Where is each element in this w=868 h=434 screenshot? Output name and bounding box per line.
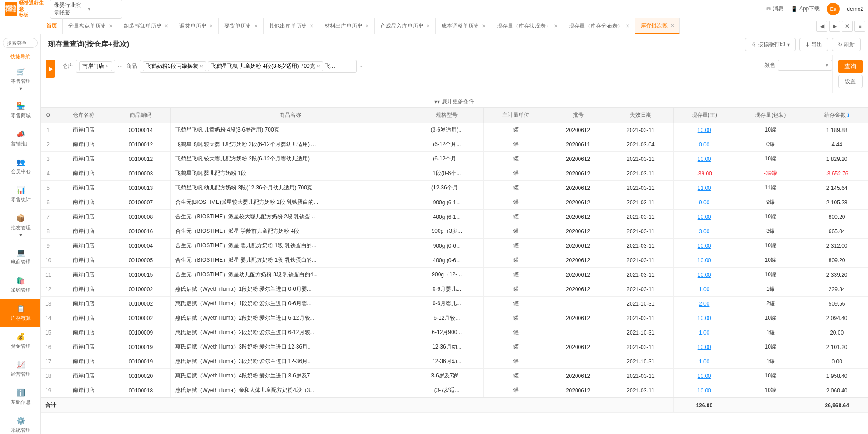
row-qty-main[interactable]: 3.00 (674, 224, 735, 239)
tab-kucunpici[interactable]: 库存批次账 ✕ (635, 18, 680, 34)
row-qty-main[interactable]: -39.00 (674, 166, 735, 181)
row-qty-main[interactable]: 10.00 (674, 383, 735, 398)
tab-close-icon[interactable]: ✕ (482, 24, 486, 28)
product-input[interactable]: 飞鹤奶粉3段丙罐摆装 ✕ 飞鹤星飞帆 儿童奶粉 4段(3-6岁适用) 700克 … (140, 60, 357, 73)
tab-fenliang[interactable]: 分量盘点单历史 ✕ (63, 18, 118, 34)
sidebar-item-wholesale-mgmt[interactable]: 📦 批发管理 ▼ (0, 208, 40, 243)
row-qty-main[interactable]: 0.00 (674, 137, 735, 152)
sidebar-item-retail-mgmt[interactable]: 🛒 零售管理 ▼ (0, 62, 40, 96)
table-row: 9 南岸门店 00100004 合生元（BIOSTIME）派星 婴儿配方奶粉 1… (41, 239, 868, 253)
tab-close-icon[interactable]: ✕ (209, 24, 213, 28)
tab-next-btn[interactable]: ▶ (829, 21, 840, 32)
row-qty-main[interactable]: 9.00 (674, 195, 735, 210)
row-qty-main[interactable]: 1.00 (674, 354, 735, 369)
avatar: Ea (827, 3, 840, 15)
tab-close-icon[interactable]: ✕ (365, 24, 369, 28)
row-amount: 1,829.20 (806, 152, 868, 166)
remove-warehouse-tag-btn[interactable]: ✕ (105, 64, 109, 69)
tab-cailiaochu[interactable]: 材料出库单历史 ✕ (319, 18, 375, 34)
tab-xiancunliangkf[interactable]: 现存量（库存分布表） ✕ (563, 18, 635, 34)
row-code: 00100018 (111, 383, 170, 398)
row-qty-pkg: 0罐 (735, 137, 806, 152)
template-print-btn[interactable]: 🖨 按模板打印 ▾ (745, 38, 796, 51)
row-qty-main[interactable]: 10.00 (674, 268, 735, 282)
row-qty-main[interactable]: 10.00 (674, 152, 735, 166)
row-qty-main[interactable]: 1.00 (674, 282, 735, 297)
sidebar-item-purchase[interactable]: 🛍️ 采购管理 (0, 271, 40, 299)
row-code: 00100007 (111, 195, 170, 210)
row-qty-main[interactable]: 1.00 (674, 326, 735, 340)
table-body: 1 南岸门店 00100014 飞鹤星飞帆 儿童奶粉 4段(3-6岁适用) 70… (41, 123, 868, 398)
row-code: 00100005 (111, 253, 170, 268)
tab-prev-btn[interactable]: ◀ (816, 21, 827, 32)
tab-close-icon[interactable]: ✕ (554, 24, 557, 28)
app-download-action[interactable]: 📱 App下载 (791, 5, 820, 13)
sidebar-item-finance[interactable]: 💰 资金管理 (0, 327, 40, 355)
row-qty-main[interactable]: 10.00 (674, 210, 735, 224)
query-btn[interactable]: 查询 (838, 60, 863, 73)
tab-menu-btn[interactable]: ≡ (854, 21, 865, 32)
row-qty-main[interactable]: 10.00 (674, 340, 735, 354)
export-btn[interactable]: ⬇ 导出 (799, 38, 828, 51)
row-qty-main[interactable]: 10.00 (674, 311, 735, 326)
expand-filter-btn[interactable]: ▶ (46, 60, 55, 78)
user-name[interactable]: demo2 (847, 6, 863, 12)
tab-qitachu[interactable]: 其他出库单历史 ✕ (264, 18, 319, 34)
search-input[interactable] (3, 38, 38, 48)
row-spec: (6-12个月... (410, 137, 484, 152)
tab-diaob[interactable]: 调拨单历史 ✕ (174, 18, 219, 34)
tab-chengbentiao[interactable]: 成本调整单历史 ✕ (436, 18, 491, 34)
product-more-text: 飞... (325, 62, 335, 70)
tab-close-icon[interactable]: ✕ (426, 24, 430, 28)
row-qty-main[interactable]: 10.00 (674, 253, 735, 268)
sidebar-item-inventory[interactable]: 📋 库存核算 (0, 299, 40, 327)
stats-icon: 📊 (16, 186, 25, 194)
tab-close-icon[interactable]: ✕ (670, 23, 674, 28)
tab-zuzhuang[interactable]: 组装拆卸单历史 ✕ (118, 18, 174, 34)
tab-chanchenru[interactable]: 产成品入库单历史 ✕ (375, 18, 436, 34)
remove-product-tag-1-btn[interactable]: ✕ (199, 64, 203, 69)
sidebar-item-retail-stats[interactable]: 📊 零售统计 (0, 180, 40, 208)
sidebar-item-basic-info[interactable]: ℹ️ 基础信息 (0, 383, 40, 411)
tab-close-btn[interactable]: ✕ (842, 21, 853, 32)
tab-home[interactable]: 首页 (41, 18, 63, 34)
row-unit: 罐 (484, 224, 548, 239)
tab-yaohuo[interactable]: 要货单历史 ✕ (219, 18, 264, 34)
table-row: 18 南岸门店 00100020 惠氏启赋（Wyeth illuma）4段奶粉 … (41, 369, 868, 383)
tab-close-icon[interactable]: ✕ (165, 24, 168, 28)
row-qty-main[interactable]: 10.00 (674, 369, 735, 383)
warehouse-input[interactable]: 南岸门店 ✕ (76, 60, 115, 73)
row-qty-main[interactable]: 10.00 (674, 239, 735, 253)
tab-xiancunliangkz[interactable]: 现存量（库存状况表） ✕ (491, 18, 563, 34)
color-select[interactable]: ▾ (778, 60, 832, 71)
product-dots-btn[interactable]: ··· (359, 63, 364, 70)
tab-close-icon[interactable]: ✕ (109, 24, 113, 28)
tab-close-icon[interactable]: ✕ (626, 24, 629, 28)
row-name: 合生元（BIOSTIME）派星幼儿配方奶粉 3段 乳铁蛋白的4... (170, 268, 410, 282)
quick-nav-label[interactable]: 快捷导航 (0, 52, 40, 62)
sidebar-item-ecommerce[interactable]: 💻 电商管理 (0, 243, 40, 271)
row-qty-main[interactable]: 2.00 (674, 297, 735, 311)
expand-more-bar: ▾▾ 展开更多条件 (41, 93, 868, 108)
sidebar-item-sys-mgmt[interactable]: ⚙️ 系统管理 (0, 411, 40, 434)
remove-product-tag-2-btn[interactable]: ✕ (316, 64, 320, 69)
settings-btn[interactable]: 设置 (838, 75, 863, 88)
sidebar-item-ops[interactable]: 📈 经营管理 (0, 355, 40, 383)
sidebar-item-retail-mall[interactable]: 🏪 零售商城 (0, 96, 40, 124)
row-qty-main[interactable]: 10.00 (674, 123, 735, 137)
row-qty-main[interactable]: 11.00 (674, 181, 735, 195)
message-action[interactable]: ✉ 消息 (766, 5, 783, 13)
tab-close-icon[interactable]: ✕ (254, 24, 258, 28)
expand-more-btn[interactable]: ▾▾ 展开更多条件 (434, 98, 474, 105)
members-icon: 👥 (16, 158, 25, 166)
industry-selector[interactable]: 母婴行业演示账套 ▾ (50, 0, 122, 19)
refresh-btn[interactable]: ↻ 刷新 (832, 38, 861, 51)
row-amount: 1,958.40 (806, 369, 868, 383)
tab-close-icon[interactable]: ✕ (310, 24, 313, 28)
warehouse-more-icon[interactable]: ··· (118, 63, 123, 70)
th-setting[interactable]: ⚙ (41, 108, 56, 123)
sidebar-item-marketing[interactable]: 📣 营销推广 (0, 124, 40, 152)
sidebar-item-members[interactable]: 👥 会员中心 (0, 152, 40, 180)
product-label: 商品 (126, 62, 137, 70)
row-unit: 罐 (484, 326, 548, 340)
